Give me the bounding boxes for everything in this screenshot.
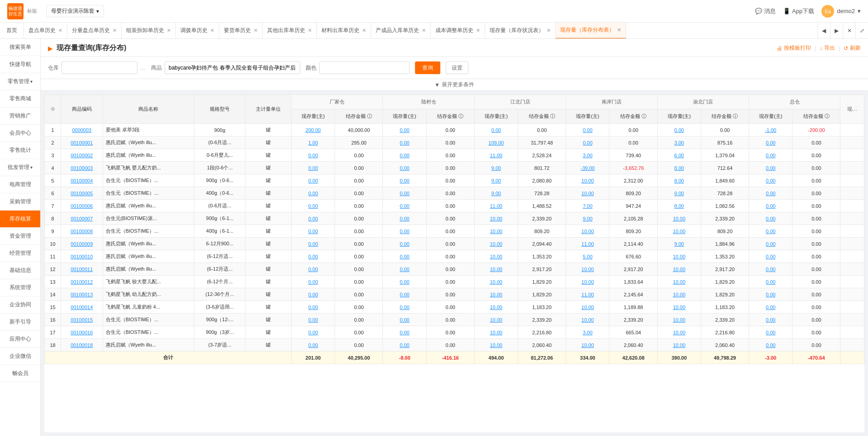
cell-changjia-qty[interactable]: 1.00 [292,136,335,149]
cell-changjia-qty[interactable]: 0.00 [292,314,335,326]
cell-nanan-qty[interactable]: 10.00 [566,187,609,200]
cell-yubei-qty[interactable]: 10.00 [657,225,701,238]
user-info[interactable]: Ea demo2 ▾ [821,5,861,18]
cell-jiangbei-qty[interactable]: 11.00 [474,200,518,212]
cell-code[interactable]: 00100014 [61,301,103,314]
tab-调拨单历史[interactable]: 调拨单历史 ✕ [176,23,219,39]
tab-close-icon[interactable]: ✕ [167,28,171,33]
cell-jiangbei-qty[interactable]: 10.00 [474,225,518,238]
cell-lucun-qty[interactable]: 0.00 [383,238,426,250]
cell-yubei-qty[interactable]: 10.00 [657,212,701,225]
cell-code[interactable]: 00100007 [61,212,103,225]
cell-changjia-qty[interactable]: 0.00 [292,326,335,339]
nav-close-btn[interactable]: ✕ [843,23,855,39]
cell-lucun-qty[interactable]: 0.00 [383,276,426,288]
cell-nanan-qty[interactable]: 10.00 [566,225,609,238]
cell-jiangbei-qty[interactable]: 9.00 [474,174,518,187]
cell-nanan-qty[interactable]: 10.00 [566,263,609,276]
cell-changjia-qty[interactable]: 0.00 [292,276,335,288]
cell-yubei-qty[interactable]: 9.00 [657,187,701,200]
cell-zongcang-qty[interactable]: 0.00 [749,212,793,225]
cell-code[interactable]: 00100008 [61,225,103,238]
tab-close-icon[interactable]: ✕ [362,28,366,33]
cell-code[interactable]: 00100004 [61,174,103,187]
cell-changjia-qty[interactable]: 0.00 [292,238,335,250]
warehouse-more-icon[interactable]: … [140,65,146,71]
sidebar-item-wholesale[interactable]: 批发管理 [0,159,40,176]
cell-lucun-qty[interactable]: 0.00 [383,326,426,339]
color-input[interactable] [319,61,410,74]
cell-jiangbei-qty[interactable]: 10.00 [474,339,518,352]
cell-nanan-qty[interactable]: 0.00 [566,136,609,149]
nav-expand-btn[interactable]: ⤢ [855,23,868,39]
cell-zongcang-qty[interactable]: 0.00 [749,225,793,238]
cell-lucun-qty[interactable]: 0.00 [383,136,426,149]
cell-yubei-qty[interactable]: 10.00 [657,339,701,352]
cell-jiangbei-qty[interactable]: 10.00 [474,314,518,326]
cell-zongcang-qty[interactable]: 0.00 [749,314,793,326]
tab-分量盘点单历史[interactable]: 分量盘点单历史 ✕ [67,23,122,39]
cell-jiangbei-qty[interactable]: 9.00 [474,187,518,200]
cell-lucun-qty[interactable]: 0.00 [383,174,426,187]
cell-code[interactable]: 00100002 [61,149,103,162]
cell-jiangbei-qty[interactable]: 10.00 [474,326,518,339]
cell-lucun-qty[interactable]: 0.00 [383,124,426,136]
cell-changjia-qty[interactable]: 200.00 [292,124,335,136]
warehouse-input[interactable] [61,61,137,74]
tab-其他出库单历史[interactable]: 其他出库单历史 ✕ [263,23,317,39]
cell-lucun-qty[interactable]: 0.00 [383,200,426,212]
cell-yubei-qty[interactable]: 10.00 [657,288,701,301]
cell-nanan-qty[interactable]: 3.00 [566,326,609,339]
cell-yubei-qty[interactable]: 8.00 [657,200,701,212]
expand-conditions-btn[interactable]: ▼ 展开更多条件 [434,81,474,89]
cell-nanan-qty[interactable]: 10.00 [566,174,609,187]
tab-close-icon[interactable]: ✕ [58,28,62,33]
tab-组装拆卸单历史[interactable]: 组装拆卸单历史 ✕ [122,23,176,39]
cell-yubei-qty[interactable]: 6.00 [657,149,701,162]
sidebar-item-base[interactable]: 基础信息 [0,262,40,279]
collapse-icon[interactable]: ▶ [48,45,53,52]
cell-lucun-qty[interactable]: 0.00 [383,149,426,162]
cell-jiangbei-qty[interactable]: 11.00 [474,149,518,162]
cell-lucun-qty[interactable]: 0.00 [383,225,426,238]
cell-changjia-qty[interactable]: 0.00 [292,162,335,174]
cell-changjia-qty[interactable]: 0.00 [292,174,335,187]
sidebar-item-member[interactable]: 会员中心 [0,125,40,142]
cell-nanan-qty[interactable]: 0.00 [566,124,609,136]
sidebar-item-retail-mgmt[interactable]: 零售管理 [0,73,40,90]
cell-changjia-qty[interactable]: 0.00 [292,301,335,314]
sidebar-item-guide[interactable]: 新手引导 [0,314,40,331]
cell-zongcang-qty[interactable]: 0.00 [749,339,793,352]
cell-changjia-qty[interactable]: 0.00 [292,263,335,276]
tab-close-icon[interactable]: ✕ [254,28,258,33]
cell-zongcang-qty[interactable]: 0.00 [749,136,793,149]
cell-nanan-qty[interactable]: 10.00 [566,314,609,326]
tab-close-icon[interactable]: ✕ [113,28,117,33]
cell-nanan-qty[interactable]: 9.00 [566,212,609,225]
cell-jiangbei-qty[interactable]: 109.00 [474,136,518,149]
query-btn[interactable]: 查询 [415,61,440,74]
cell-nanan-qty[interactable]: 10.00 [566,339,609,352]
cell-code[interactable]: 00100018 [61,339,103,352]
tab-close-icon[interactable]: ✕ [547,28,551,33]
cell-zongcang-qty[interactable]: 0.00 [749,301,793,314]
sidebar-item-vip[interactable]: 畅会员 [0,365,40,382]
app-download-btn[interactable]: 📱 App下载 [783,7,814,15]
sidebar-item-search[interactable]: 搜索英单 [0,39,40,56]
cell-nanan-qty[interactable]: 10.00 [566,301,609,314]
cell-code[interactable]: 00100006 [61,200,103,212]
cell-zongcang-qty[interactable]: 0.00 [749,238,793,250]
cell-yubei-qty[interactable]: 0.00 [657,124,701,136]
cell-yubei-qty[interactable]: 8.00 [657,174,701,187]
cell-changjia-qty[interactable]: 0.00 [292,212,335,225]
refresh-btn[interactable]: ↺ 刷新 [844,44,861,52]
cell-zongcang-qty[interactable]: 0.00 [749,200,793,212]
cell-lucun-qty[interactable]: 0.00 [383,263,426,276]
cell-yubei-qty[interactable]: 3.00 [657,136,701,149]
cell-lucun-qty[interactable]: 0.00 [383,250,426,263]
cell-nanan-qty[interactable]: 7.00 [566,200,609,212]
sidebar-item-marketing[interactable]: 营销推广 [0,108,40,125]
cell-jiangbei-qty[interactable]: 10.00 [474,301,518,314]
tab-产成品入库单历史[interactable]: 产成品入库单历史 ✕ [371,23,431,39]
tab-close-icon[interactable]: ✕ [308,28,312,33]
